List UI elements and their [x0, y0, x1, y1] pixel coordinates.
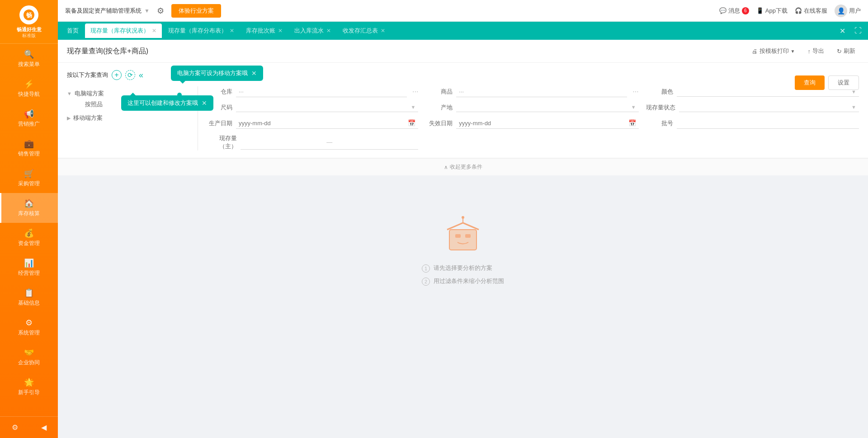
query-btn[interactable]: 查询 — [795, 75, 825, 90]
stock-qty-max[interactable] — [334, 137, 415, 147]
tab-inventory-status-close[interactable]: ✕ — [152, 28, 156, 33]
sidebar-menu: 🔍 搜索菜单 ⚡ 快捷导航 📢 营销推广 💼 销售管理 🛒 采购管理 🏠 库存核… — [0, 44, 58, 416]
tooltip-close-1[interactable]: ✕ — [251, 70, 257, 77]
industry-plan-btn[interactable]: 体验行业方案 — [171, 4, 221, 18]
sidebar: 畅 畅通好生意 标准版 🔍 搜索菜单 ⚡ 快捷导航 📢 营销推广 💼 销售管理 … — [0, 0, 58, 438]
message-badge: 6 — [742, 7, 749, 14]
tab-summary-close[interactable]: ✕ — [381, 28, 385, 33]
export-btn[interactable]: ↑ 导出 — [804, 45, 828, 57]
page-title-bar: 现存量查询(按仓库+商品) 🖨 按模板打印 ▼ ↑ 导出 ↻ 刷新 — [58, 40, 868, 63]
filter-copy-btn[interactable]: ⟳ — [125, 70, 135, 80]
sidebar-item-label-search: 搜索菜单 — [18, 61, 40, 68]
sidebar-item-purchase[interactable]: 🛒 采购管理 — [0, 163, 58, 193]
tab-maximize-btn[interactable]: ⛶ — [852, 26, 864, 36]
sidebar-item-quicknav[interactable]: ⚡ 快捷导航 — [0, 74, 58, 104]
field-stock-qty-range: — — [241, 135, 418, 150]
filter-row-3: 生产日期 📅 失效日期 📅 — [205, 118, 859, 129]
print-dropdown-icon[interactable]: ▼ — [791, 49, 795, 54]
field-warehouse-dots: ··· — [239, 88, 244, 95]
refresh-btn[interactable]: ↻ 刷新 — [833, 45, 859, 57]
sidebar-item-sales[interactable]: 💼 销售管理 — [0, 133, 58, 163]
tree-mobile-label: 移动端方案 — [73, 114, 103, 122]
app-download-label: App下载 — [765, 7, 788, 15]
stock-qty-min[interactable] — [243, 137, 325, 147]
tree-item-mobile[interactable]: ▶ 移动端方案 — [67, 113, 190, 123]
collapse-btn[interactable]: ∧ 收起更多条件 — [444, 163, 482, 171]
tab-summary[interactable]: 收发存汇总表 ✕ — [337, 24, 391, 38]
filter-row-4: 现存量（主） — — [205, 134, 859, 151]
filter-arrow-btn[interactable]: « — [139, 71, 143, 80]
svg-rect-4 — [455, 234, 461, 238]
tab-inout-close[interactable]: ✕ — [326, 28, 331, 33]
production-calendar-icon[interactable]: 📅 — [408, 119, 415, 127]
online-service-btn[interactable]: 🎧 在线客服 — [795, 7, 827, 15]
tab-inventory-dist[interactable]: 现存量（库存分布表） ✕ — [163, 24, 240, 38]
sidebar-item-finance[interactable]: 💰 资金管理 — [0, 223, 58, 253]
field-warehouse-input[interactable]: ··· — [236, 86, 407, 97]
message-label: 消息 — [728, 7, 740, 15]
batch-input[interactable] — [677, 118, 859, 129]
svg-text:畅: 畅 — [26, 12, 32, 19]
sidebar-item-system[interactable]: ⚙ 系统管理 — [0, 312, 58, 342]
gear-settings-btn[interactable]: ⚙ — [155, 5, 166, 17]
field-goods-input[interactable]: ··· — [456, 86, 627, 97]
reset-btn[interactable]: 设置 — [828, 75, 859, 90]
field-size-input[interactable]: ▼ — [236, 103, 418, 112]
field-expiry-date-input[interactable]: 📅 — [456, 118, 638, 129]
field-origin-label: 产地 — [425, 104, 453, 112]
svg-rect-2 — [449, 230, 476, 250]
tab-inventory-dist-close[interactable]: ✕ — [230, 28, 234, 33]
headset-icon: 🎧 — [795, 7, 802, 14]
field-production-date: 生产日期 📅 — [205, 118, 418, 129]
tab-inventory-status[interactable]: 现存量（库存状况表） ✕ — [85, 24, 162, 38]
system-selector[interactable]: 装备及固定资产辅助管理系统 ▼ — [65, 7, 150, 15]
sidebar-item-label-system: 系统管理 — [18, 329, 40, 337]
print-btn[interactable]: 🖨 按模板打印 ▼ — [748, 45, 799, 57]
stock-status-dropdown-icon[interactable]: ▼ — [851, 104, 856, 110]
app-download-btn[interactable]: 📱 App下载 — [756, 7, 788, 15]
tip-text-1: 请先选择要分析的方案 — [434, 264, 492, 272]
sidebar-item-label-quicknav: 快捷导航 — [18, 90, 40, 98]
warehouse-more-icon[interactable]: ··· — [412, 88, 418, 96]
field-origin-input[interactable]: ▼ — [456, 103, 638, 112]
goods-more-icon[interactable]: ··· — [632, 88, 638, 96]
field-expiry-label: 失效日期 — [425, 119, 453, 127]
sidebar-item-label-purchase: 采购管理 — [18, 180, 40, 188]
origin-dropdown-icon[interactable]: ▼ — [631, 104, 636, 110]
user-btn[interactable]: 👤 用户 — [835, 5, 861, 17]
tab-batch-close[interactable]: ✕ — [278, 28, 283, 33]
sidebar-item-operations[interactable]: 📊 经营管理 — [0, 253, 58, 283]
marketing-icon: 📢 — [24, 109, 34, 119]
field-warehouse-label: 仓库 — [205, 88, 232, 96]
filter-label: 按以下方案查询 — [67, 71, 108, 79]
sidebar-item-guide[interactable]: 🌟 新手引导 — [0, 372, 58, 402]
tooltip-close-2[interactable]: ✕ — [202, 99, 207, 107]
tab-close-all-btn[interactable]: ✕ — [837, 26, 848, 36]
system-name-label: 装备及固定资产辅助管理系统 — [65, 7, 142, 15]
expiry-date-textfield[interactable] — [459, 120, 628, 127]
filter-add-btn[interactable]: + — [112, 70, 122, 80]
phone-icon: 📱 — [756, 7, 764, 14]
expiry-calendar-icon[interactable]: 📅 — [628, 119, 636, 127]
field-stock-status-input[interactable]: ▼ — [679, 103, 859, 112]
settings-bottom-btn[interactable]: ⚙ — [10, 421, 20, 433]
tab-home[interactable]: 首页 — [61, 27, 84, 35]
tab-batch[interactable]: 库存批次账 ✕ — [241, 24, 288, 38]
sidebar-item-enterprise[interactable]: 🤝 企业协同 — [0, 342, 58, 372]
sidebar-item-inventory[interactable]: 🏠 库存核算 — [0, 193, 58, 223]
message-btn[interactable]: 💬 消息 6 — [719, 7, 749, 15]
tree-expand-icon: ▼ — [67, 91, 72, 96]
production-date-textfield[interactable] — [239, 120, 408, 127]
collapse-bar[interactable]: ∧ 收起更多条件 — [58, 158, 868, 175]
tab-inout[interactable]: 出入库流水 ✕ — [289, 24, 336, 38]
system-dropdown-icon[interactable]: ▼ — [144, 8, 150, 14]
sidebar-item-marketing[interactable]: 📢 营销推广 — [0, 104, 58, 133]
field-warehouse: 仓库 ··· ··· — [205, 86, 418, 97]
field-production-date-input[interactable]: 📅 — [236, 118, 418, 129]
sidebar-item-search[interactable]: 🔍 搜索菜单 — [0, 44, 58, 74]
collapse-sidebar-btn[interactable]: ◀ — [39, 421, 48, 433]
sidebar-item-basic[interactable]: 📋 基础信息 — [0, 283, 58, 312]
size-dropdown-icon[interactable]: ▼ — [410, 104, 415, 110]
sidebar-item-label-operations: 经营管理 — [18, 269, 40, 277]
tab-summary-label: 收发存汇总表 — [343, 27, 378, 35]
